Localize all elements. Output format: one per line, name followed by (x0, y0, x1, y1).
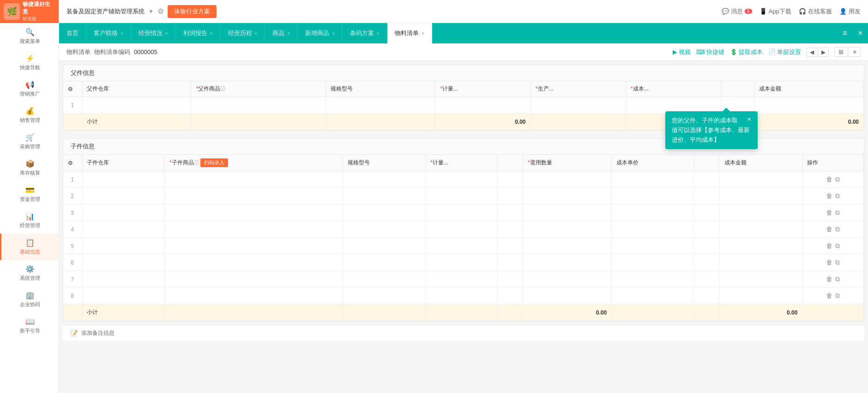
grid-view-button[interactable]: ⊞ (834, 47, 848, 57)
child-row-5-unit[interactable] (425, 238, 497, 254)
parent-row-1-warehouse[interactable] (82, 97, 191, 114)
child-row-1-unit-price[interactable] (612, 171, 694, 188)
sidebar-item-system[interactable]: ⚙️ 系统管理 (0, 260, 59, 286)
child-row-2-unit-price[interactable] (612, 188, 694, 205)
dropdown-arrow-icon[interactable]: ▼ (148, 8, 154, 15)
child-row-1-qty[interactable] (523, 171, 612, 188)
child-row-2-copy-button[interactable]: ⧉ (835, 192, 840, 200)
child-row-7-delete-button[interactable]: 🗑 (826, 275, 832, 283)
child-row-8-warehouse[interactable] (82, 288, 164, 304)
child-row-6-unit-price[interactable] (612, 254, 694, 271)
child-row-2-qty[interactable] (523, 188, 612, 205)
child-row-2-product[interactable] (164, 188, 343, 205)
tab-history-close[interactable]: × (255, 31, 258, 36)
tab-profit-close[interactable]: × (210, 31, 213, 36)
parent-row-1-spec[interactable] (326, 97, 435, 114)
tab-operations[interactable]: 经营情况 × (131, 23, 176, 43)
child-row-7-unit[interactable] (425, 271, 497, 288)
child-row-6-delete-button[interactable]: 🗑 (826, 259, 832, 266)
message-button[interactable]: 💬 消息 6 (722, 7, 752, 16)
sidebar-item-basic-info[interactable]: 📋 基础信息 (0, 234, 59, 260)
child-col-settings[interactable]: ⚙ (63, 155, 82, 171)
child-row-1-warehouse[interactable] (82, 171, 164, 188)
child-row-8-unit[interactable] (425, 288, 497, 304)
child-row-5-copy-button[interactable]: ⧉ (835, 242, 840, 250)
child-row-1-copy-button[interactable]: ⧉ (835, 175, 840, 183)
child-row-5-delete-button[interactable]: 🗑 (826, 242, 832, 250)
tab-barcode-close[interactable]: × (377, 31, 380, 36)
trial-button[interactable]: 体验行业方案 (168, 5, 217, 18)
tab-new-products[interactable]: 新增商品 × (298, 23, 343, 43)
child-row-6-product[interactable] (164, 254, 343, 271)
child-row-5-qty[interactable] (523, 238, 612, 254)
user-button[interactable]: 👤 用友 (839, 7, 861, 16)
child-row-7-qty[interactable] (523, 271, 612, 288)
tab-bom[interactable]: 物料清单 × (387, 23, 432, 43)
child-row-2-spec[interactable] (343, 188, 425, 205)
child-row-6-qty[interactable] (523, 254, 612, 271)
child-row-8-qty[interactable] (523, 288, 612, 304)
child-row-4-unit-price[interactable] (612, 221, 694, 238)
child-row-4-delete-button[interactable]: 🗑 (826, 225, 832, 233)
child-row-1-delete-button[interactable]: 🗑 (826, 175, 832, 183)
view-video-button[interactable]: ▶ 视频 (673, 48, 691, 56)
tab-new-products-close[interactable]: × (332, 31, 335, 36)
sidebar-item-guide[interactable]: 📖 新手引导 (0, 313, 59, 339)
child-row-6-unit[interactable] (425, 254, 497, 271)
child-row-8-copy-button[interactable]: ⧉ (835, 292, 840, 300)
sidebar-item-operations[interactable]: 📊 经营管理 (0, 207, 59, 234)
child-row-3-unit[interactable] (425, 205, 497, 221)
child-row-4-copy-button[interactable]: ⧉ (835, 225, 840, 233)
tab-products[interactable]: 商品 × (265, 23, 298, 43)
child-row-8-delete-button[interactable]: 🗑 (826, 292, 832, 300)
child-row-1-unit[interactable] (425, 171, 497, 188)
child-row-1-spec[interactable] (343, 171, 425, 188)
child-row-4-qty[interactable] (523, 221, 612, 238)
tab-history[interactable]: 经营历程 × (221, 23, 265, 43)
prev-record-button[interactable]: ◀ (807, 48, 817, 57)
sidebar-item-finance[interactable]: 💳 资金管理 (0, 181, 59, 207)
tab-customers[interactable]: 客户联络 × (86, 23, 131, 43)
child-row-5-unit-price[interactable] (612, 238, 694, 254)
child-row-8-unit-price[interactable] (612, 288, 694, 304)
tab-customers-close[interactable]: × (121, 31, 123, 36)
child-row-8-spec[interactable] (343, 288, 425, 304)
child-row-3-unit-price[interactable] (612, 205, 694, 221)
child-row-2-unit[interactable] (425, 188, 497, 205)
parent-row-1-produce[interactable] (530, 97, 626, 114)
tooltip-close-button[interactable]: × (747, 116, 751, 122)
child-row-6-spec[interactable] (343, 254, 425, 271)
app-download-button[interactable]: 📱 App下载 (760, 7, 791, 16)
add-note-button[interactable]: 添加备注信息 (81, 329, 115, 337)
tab-close-all-button[interactable]: × (853, 29, 868, 37)
child-row-7-copy-button[interactable]: ⧉ (835, 275, 840, 283)
child-row-3-copy-button[interactable]: ⧉ (835, 209, 840, 217)
child-row-3-spec[interactable] (343, 205, 425, 221)
tab-more-button[interactable]: ≡ (837, 29, 852, 37)
parent-row-1-product[interactable] (191, 97, 326, 114)
child-row-7-unit-price[interactable] (612, 271, 694, 288)
child-row-3-warehouse[interactable] (82, 205, 164, 221)
child-row-6-warehouse[interactable] (82, 254, 164, 271)
tab-operations-close[interactable]: × (165, 31, 168, 36)
sidebar-item-enterprise[interactable]: 🏢 企业协同 (0, 286, 59, 313)
tab-home[interactable]: 首页 (59, 23, 86, 43)
child-row-2-delete-button[interactable]: 🗑 (826, 192, 832, 200)
child-row-3-product[interactable] (164, 205, 343, 221)
child-row-4-spec[interactable] (343, 221, 425, 238)
tab-products-close[interactable]: × (287, 31, 290, 36)
sidebar-item-search[interactable]: 🔍 搜索菜单 (0, 23, 59, 49)
scan-input-button[interactable]: 扫码录入 (200, 158, 228, 167)
sidebar-item-marketing[interactable]: 📢 营销推广 (0, 76, 59, 102)
child-row-5-spec[interactable] (343, 238, 425, 254)
parent-col-settings[interactable]: ⚙ (63, 81, 82, 97)
parent-row-1-unit[interactable] (435, 97, 530, 114)
tab-barcode[interactable]: 条码方案 × (343, 23, 387, 43)
sidebar-item-purchase[interactable]: 🛒 采购管理 (0, 128, 59, 155)
tab-profit[interactable]: 利润报告 × (176, 23, 221, 43)
single-setting-button[interactable]: 📄 单据设置 (768, 48, 801, 56)
child-row-3-delete-button[interactable]: 🗑 (826, 209, 832, 217)
child-row-7-warehouse[interactable] (82, 271, 164, 288)
child-row-4-unit[interactable] (425, 221, 497, 238)
child-row-1-product[interactable] (164, 171, 343, 188)
